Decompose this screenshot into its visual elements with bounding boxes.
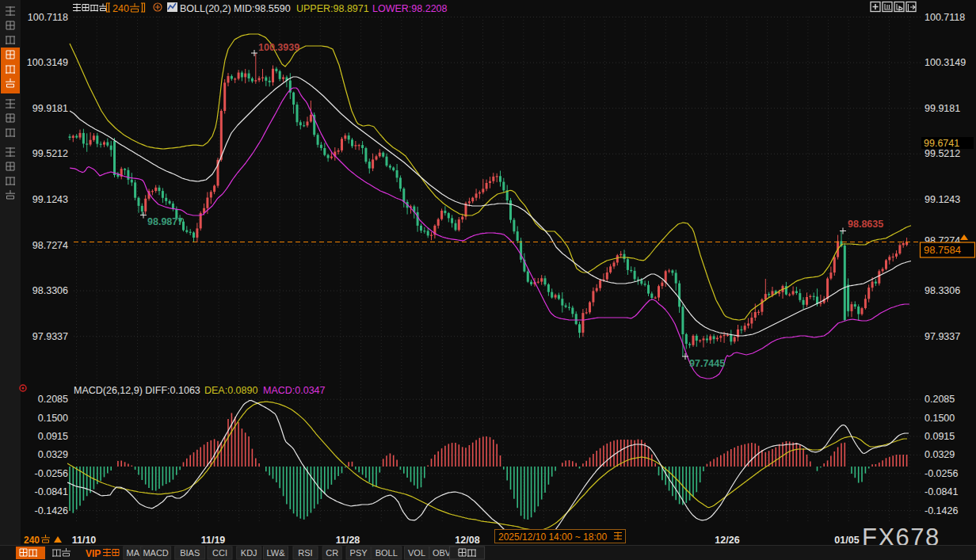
svg-text:CR: CR <box>326 548 338 558</box>
svg-text:97.9337: 97.9337 <box>32 331 68 342</box>
svg-text:99.9181: 99.9181 <box>32 103 68 114</box>
svg-text:11/28: 11/28 <box>336 535 360 546</box>
svg-text:240: 240 <box>24 535 40 546</box>
svg-text:VIP: VIP <box>86 548 101 559</box>
svg-text:-0.0841: -0.0841 <box>35 486 68 497</box>
svg-text:0.1500: 0.1500 <box>38 413 68 424</box>
svg-text:2025/12/10 14:00 ~ 18:00: 2025/12/10 14:00 ~ 18:00 <box>498 531 607 543</box>
svg-text:BOLL: BOLL <box>376 548 398 558</box>
svg-text:CCI: CCI <box>212 548 227 558</box>
svg-text:RSI: RSI <box>298 548 312 558</box>
svg-text:-0.0841: -0.0841 <box>925 486 958 497</box>
svg-text:97.7445: 97.7445 <box>689 358 725 369</box>
svg-text:98.3306: 98.3306 <box>32 285 68 296</box>
svg-text:11/19: 11/19 <box>201 535 226 546</box>
svg-text:0.0329: 0.0329 <box>925 449 955 460</box>
svg-text:98.3306: 98.3306 <box>925 285 960 296</box>
svg-text:0.2085: 0.2085 <box>925 394 955 405</box>
svg-text:BIAS: BIAS <box>180 548 200 558</box>
svg-text:100.7118: 100.7118 <box>925 12 965 23</box>
svg-text:MACD(26,12,9) DIFF:0.1063: MACD(26,12,9) DIFF:0.1063 <box>74 385 200 396</box>
svg-text:UPPER:98.8971: UPPER:98.8971 <box>296 3 369 14</box>
svg-text:99.9181: 99.9181 <box>925 103 960 114</box>
svg-text:MACD: MACD <box>143 548 168 558</box>
svg-text:LW&: LW& <box>266 548 285 558</box>
svg-text:99.1243: 99.1243 <box>32 194 68 205</box>
svg-text:OBV: OBV <box>433 548 452 558</box>
svg-text:97.9337: 97.9337 <box>925 331 960 342</box>
svg-text:0.1500: 0.1500 <box>925 413 955 424</box>
svg-text:11/10: 11/10 <box>72 535 97 546</box>
svg-text:01/05: 01/05 <box>834 535 859 546</box>
svg-text:0.0915: 0.0915 <box>925 431 955 442</box>
svg-text:VOL: VOL <box>408 548 425 558</box>
svg-text:99.5212: 99.5212 <box>32 148 68 159</box>
svg-text:100.3939: 100.3939 <box>258 42 299 53</box>
svg-text:LOWER:98.2208: LOWER:98.2208 <box>372 3 448 14</box>
svg-text:100.3149: 100.3149 <box>27 57 68 68</box>
svg-text:0.0329: 0.0329 <box>38 449 68 460</box>
svg-text:0.0915: 0.0915 <box>38 431 68 442</box>
svg-text:KDJ: KDJ <box>241 548 257 558</box>
svg-text:0.2085: 0.2085 <box>38 394 68 405</box>
svg-text:MACD:0.0347: MACD:0.0347 <box>263 385 326 396</box>
svg-text:12/26: 12/26 <box>715 535 739 546</box>
svg-text:100.3149: 100.3149 <box>925 57 966 68</box>
svg-text:98.7584: 98.7584 <box>924 244 961 256</box>
svg-text:98.8635: 98.8635 <box>848 219 883 230</box>
svg-text:-0.1426: -0.1426 <box>35 505 68 516</box>
svg-text:99.6741: 99.6741 <box>924 138 959 149</box>
svg-text:98.7274: 98.7274 <box>32 240 68 251</box>
svg-text:100.7118: 100.7118 <box>28 12 68 23</box>
svg-text:PSY: PSY <box>350 548 368 558</box>
svg-text:DEA:0.0890: DEA:0.0890 <box>204 385 257 396</box>
svg-text:-0.0256: -0.0256 <box>925 468 958 479</box>
svg-text:BOLL(20,2) MID:98.5590: BOLL(20,2) MID:98.5590 <box>180 3 291 14</box>
svg-text:MA: MA <box>127 548 140 558</box>
svg-text:98.9877: 98.9877 <box>147 216 183 227</box>
svg-text:-0.1426: -0.1426 <box>925 505 958 516</box>
svg-text:240: 240 <box>112 3 129 14</box>
svg-text:-0.0256: -0.0256 <box>35 468 68 479</box>
svg-text:99.5212: 99.5212 <box>925 148 960 159</box>
svg-text:12/08: 12/08 <box>455 535 479 546</box>
svg-text:99.1243: 99.1243 <box>925 194 960 205</box>
